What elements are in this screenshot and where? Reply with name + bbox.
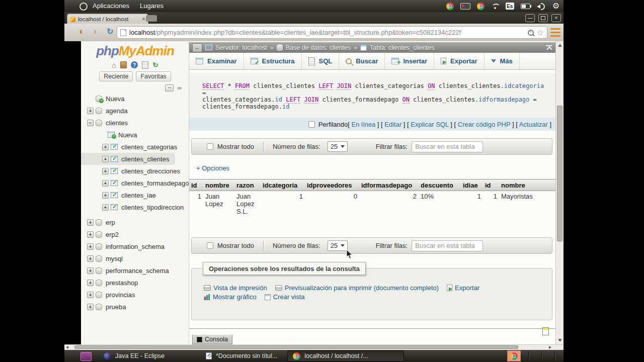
forward-button[interactable]: › (94, 26, 97, 37)
tree-item-clientes_tipodireccion[interactable]: +clientes_tipodireccion (81, 201, 190, 213)
breadcrumb-back-button[interactable]: ← (192, 43, 202, 52)
close-button[interactable]: × (551, 14, 561, 22)
scroll-left-icon[interactable] (66, 346, 68, 349)
collapse-top-icon[interactable] (545, 45, 552, 50)
distributor-logo-icon[interactable] (79, 3, 88, 11)
chrome-icon[interactable] (477, 3, 485, 10)
back-button[interactable]: ‹ (79, 26, 83, 37)
reload-button[interactable]: ↻ (107, 27, 113, 36)
gear-icon[interactable]: ⚙ (552, 2, 559, 10)
column-header[interactable]: idformasdepago (359, 179, 419, 191)
tree-item-prueba[interactable]: +prueba (81, 301, 132, 313)
operation-link[interactable]: Previsualización para imprimir (document… (275, 284, 439, 292)
profiling-checkbox[interactable] (308, 121, 315, 128)
sql-query-text[interactable]: SELECT * FROM clientes_clientes LEFT JOI… (189, 73, 555, 110)
operation-link[interactable]: Exportar (447, 284, 479, 292)
taskbar-item[interactable]: *Documento sin títul... (201, 350, 282, 361)
column-header[interactable]: id (189, 179, 203, 191)
tree-item-erp[interactable]: +erp (81, 216, 121, 228)
collapse-all-button[interactable]: − (165, 84, 174, 92)
tree-toggle-icon[interactable]: + (87, 280, 94, 286)
tree-item-clientes_formasdepago[interactable]: +clientes_formasdepago (81, 177, 195, 189)
taskbar-item[interactable]: localhost / localhost /... (287, 350, 404, 361)
tree-item-agenda[interactable]: +agenda (81, 105, 133, 117)
favorites-button[interactable]: Favoritas (136, 71, 171, 81)
menu-hamburger-icon[interactable] (550, 28, 560, 37)
breadcrumb-database[interactable]: Base de datos: clientes (286, 44, 351, 51)
url-text[interactable]: localhost/phpmyadmin/index.php?db=client… (129, 29, 525, 36)
refresh-icon[interactable]: ↻ (152, 61, 158, 68)
show-all-checkbox[interactable] (207, 242, 213, 249)
tab-buscar[interactable]: Buscar (339, 53, 385, 69)
filter-input[interactable] (412, 141, 483, 152)
tree-toggle-icon[interactable]: + (87, 267, 94, 274)
tree-item-provincias[interactable]: +provincias (81, 289, 141, 301)
background-tab-stub[interactable] (146, 15, 157, 22)
recent-button[interactable]: Reciente (99, 71, 133, 81)
tree-item-information_schema[interactable]: +information_schema (81, 240, 171, 252)
column-header[interactable]: idproveedores (305, 179, 359, 191)
tree-toggle-icon[interactable]: + (102, 204, 109, 211)
tree-toggle-icon[interactable]: + (87, 231, 94, 238)
tree-item-Nueva[interactable]: Nueva (81, 93, 131, 105)
operation-link[interactable]: Vista de impresión (204, 284, 267, 292)
screen-recorder-icon[interactable] (460, 3, 470, 10)
tab-estructura[interactable]: Estructura (244, 53, 302, 69)
tree-item-mysql[interactable]: +mysql (81, 252, 129, 264)
rows-count-select[interactable]: 25 (328, 141, 348, 152)
show-all-checkbox[interactable] (207, 143, 213, 150)
zoom-icon[interactable] (528, 30, 534, 36)
horizontal-scrollbar[interactable] (64, 344, 564, 350)
operation-link[interactable]: Crear vista (265, 293, 305, 301)
tree-toggle-icon[interactable]: + (102, 144, 109, 150)
column-header[interactable]: idcategoria (261, 179, 305, 191)
volume-icon[interactable] (537, 3, 546, 10)
tree-item-erp2[interactable]: +erp2 (81, 228, 125, 240)
tree-item-clientes_clientes[interactable]: +clientes_clientes (81, 153, 175, 165)
profiling-link[interactable]: Crear código PHP (458, 121, 511, 128)
operation-link[interactable]: Mostrar gráfico (204, 293, 257, 301)
rows-count-select[interactable]: 25 (328, 240, 348, 251)
tree-toggle-icon[interactable]: + (87, 304, 94, 310)
column-header[interactable]: idiae (461, 179, 483, 191)
logout-icon[interactable] (120, 61, 127, 68)
maximize-button[interactable] (538, 14, 548, 22)
profiling-link[interactable]: En línea (351, 121, 375, 128)
scroll-down-icon[interactable] (558, 339, 562, 342)
keyboard-layout-indicator[interactable]: Es (506, 3, 514, 10)
tree-item-Nueva[interactable]: Nueva (81, 129, 143, 141)
scroll-up-icon[interactable] (558, 44, 562, 47)
tree-toggle-icon[interactable]: + (87, 255, 94, 262)
browser-tab[interactable]: localhost / localhost × (67, 14, 148, 24)
tree-toggle-icon[interactable]: + (87, 292, 94, 298)
menu-aplicaciones[interactable]: Aplicaciones (93, 2, 129, 10)
filter-input[interactable] (412, 240, 483, 251)
taskbar-item[interactable]: Java EE - Eclipse (99, 350, 170, 361)
tree-item-performance_schema[interactable]: +performance_schema (81, 264, 175, 277)
breadcrumb-server[interactable]: Servidor: localhost (215, 44, 267, 51)
tab-close-icon[interactable]: × (142, 16, 145, 22)
tree-toggle-icon[interactable]: + (87, 243, 94, 250)
tree-toggle-icon[interactable]: + (102, 192, 109, 199)
profiling-link[interactable]: Explicar SQL (411, 121, 448, 128)
vertical-scrollbar[interactable] (555, 41, 564, 344)
profiling-link[interactable]: Actualizar (519, 121, 548, 128)
tab-exportar[interactable]: Exportar (434, 53, 484, 69)
column-header[interactable]: descuento (419, 179, 461, 191)
tree-toggle-icon[interactable]: + (102, 180, 109, 187)
tab-sql[interactable]: SQL (302, 53, 340, 69)
tree-toggle-icon[interactable]: − (87, 120, 94, 126)
docs-icon[interactable] (142, 61, 148, 69)
column-header[interactable]: nombre (499, 179, 555, 191)
tree-item-clientes_direcciones[interactable]: +clientes_direcciones (81, 165, 186, 177)
tree-toggle-icon[interactable]: + (87, 108, 94, 114)
tab-examinar[interactable]: Examinar (189, 53, 244, 69)
tab-mas[interactable]: Más (485, 53, 520, 69)
menu-lugares[interactable]: Lugares (140, 2, 164, 10)
tab-insertar[interactable]: Insertar (385, 53, 434, 69)
tree-toggle-icon[interactable]: + (102, 156, 109, 162)
breadcrumb-table[interactable]: Tabla: clientes_clientes (370, 44, 435, 51)
tree-item-clientes_categorias[interactable]: +clientes_categorias (81, 141, 183, 153)
console-toggle[interactable]: Consola (192, 335, 232, 344)
column-header[interactable]: razon (234, 179, 261, 191)
